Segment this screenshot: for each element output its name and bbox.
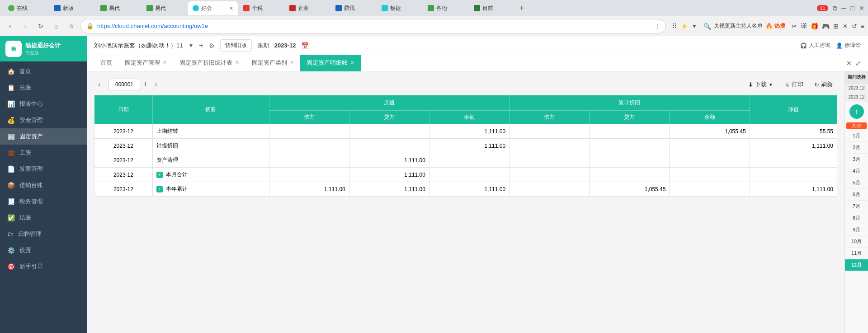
browser-tab-qiye[interactable]: 企业 [285,1,330,15]
bookmark-button[interactable]: ☆ [65,20,78,33]
new-tab-button[interactable]: + [515,2,528,14]
calendar-icon[interactable]: 📅 [301,42,309,49]
tab-asset-detail[interactable]: 固定资产明细账 ✕ [300,55,361,71]
reload-button[interactable]: ↻ [34,20,47,33]
browser-tab-yidai2[interactable]: 易代 [142,1,187,15]
back-button[interactable]: ‹ [4,20,16,33]
scroll-up-button[interactable]: ↑ [849,104,864,119]
restore-window-icon[interactable]: ⧉ [833,5,837,12]
user-button[interactable]: 👤 徐译华 [836,42,861,49]
tab-close-asset-detail[interactable]: ✕ [350,60,354,66]
sidebar-item-invoice[interactable]: 📄 发票管理 [0,161,87,177]
tab-asset-category[interactable]: 固定资产类别 ✕ [245,55,300,71]
game-icon[interactable]: 🎮 [822,23,830,30]
account-name: 刘小艳演示账套（勿删勿动！）11 [94,42,183,50]
page-expand-icon[interactable]: ⤢ [855,60,861,67]
browser-tab-muqian[interactable]: 目前 [469,1,514,15]
search-icon[interactable]: 🔍 [703,23,711,30]
refresh-button[interactable]: ↻ 刷新 [810,79,837,90]
minimize-icon[interactable]: ─ [842,5,846,12]
tab-close-asset-category[interactable]: ✕ [290,60,294,66]
cell-orig-debit-2 [269,139,349,153]
cell-orig-debit-5: 1,111.00 [269,182,349,197]
sidebar-item-home[interactable]: 🏠 首页 [0,63,87,80]
switch-version-button[interactable]: 切到旧版 [220,39,252,52]
address-text: https://cloud.chanjet.com/accounting/uw1… [97,23,651,29]
address-bar[interactable]: 🔒 https://cloud.chanjet.com/accounting/u… [80,19,666,33]
period-month-3[interactable]: 3月 [845,154,868,165]
period-month-1[interactable]: 1月 [845,130,868,142]
sidebar-label-home: 首页 [19,67,31,75]
site-info-icon[interactable]: ⋮ [655,23,660,29]
browser-tab-new[interactable]: 新版 [50,1,95,15]
cell-net-value-4 [750,168,837,182]
sidebar-item-ledger[interactable]: 📋 总账 [0,80,87,96]
period-month-12[interactable]: 12月 [845,259,868,271]
close-window-icon[interactable]: ✕ [859,5,864,12]
settings-icon[interactable]: ☀ [842,23,848,30]
browser-tab-gedi[interactable]: 各地 [423,1,468,15]
service-button[interactable]: 🎧 人工咨询 [800,42,830,49]
flash-icon[interactable]: ⚡ [680,23,688,30]
period-month-10[interactable]: 10月 [845,236,868,248]
tab-home[interactable]: 首页 [94,55,118,71]
sidebar-item-salary[interactable]: 💼 工资 [0,145,87,161]
sidebar-item-settings[interactable]: ⚙️ 设置 [0,242,87,258]
browser-tab-online[interactable]: 在线 [4,1,49,15]
browser-tab-tengxun[interactable]: 腾讯 [331,1,376,15]
page-number-input[interactable] [108,79,140,90]
grid-icon[interactable]: ⠿ [672,23,677,30]
forward-button[interactable]: › [19,20,32,33]
sidebar-item-close-accounts[interactable]: ✅ 结账 [0,210,87,226]
menu-icon[interactable]: ≡ [861,23,864,30]
add-account-icon[interactable]: + [199,42,203,50]
next-page-button[interactable]: › [151,79,161,90]
sidebar-item-tax[interactable]: 🧾 税务管理 [0,193,87,210]
cell-orig-credit-4: 1,111.00 [349,168,429,182]
sidebar-item-purchase-sales[interactable]: 📦 进销台账 [0,177,87,193]
tab-close-depreciation-stats[interactable]: ✕ [235,60,239,66]
period-month-11[interactable]: 11月 [845,248,868,259]
history-icon[interactable]: ↺ [852,23,857,30]
period-month-6[interactable]: 6月 [845,189,868,201]
period-month-7[interactable]: 7月 [845,201,868,212]
browser-tab-haohui[interactable]: 好会 ✕ [188,1,238,15]
browser-tab-yidai1[interactable]: 易代 [96,1,141,15]
cell-orig-credit-1 [349,124,429,139]
sidebar-item-guide[interactable]: 🎯 新手引导 [0,258,87,275]
download-button[interactable]: ⬇ 下载 ▼ [744,79,778,90]
prev-page-button[interactable]: ‹ [94,79,105,90]
table-row: 2023-12 上期结转 1,111.00 1,055.45 55.55 [94,124,837,139]
period-month-4[interactable]: 4月 [845,165,868,177]
sidebar-item-fixed-assets[interactable]: 🏢 固定资产 [0,128,87,145]
tab-fixed-assets-mgmt[interactable]: 固定资产管理 ✕ [118,55,173,71]
translate-icon[interactable]: 译 [801,22,807,30]
sidebar-item-funds[interactable]: 💰 资金管理 [0,112,87,128]
sidebar-item-archive[interactable]: 🗂 归档管理 [0,226,87,242]
reports-nav-icon: 📊 [7,100,15,108]
scissors-icon[interactable]: ✂ [792,23,797,30]
layout-icon[interactable]: ⊞ [833,23,839,30]
tab-depreciation-stats[interactable]: 固定资产折旧统计表 ✕ [173,55,245,71]
browser-tab-geshui[interactable]: 个税 [239,1,284,15]
tab-label-yidai1: 易代 [109,5,120,12]
invoice-nav-icon: 📄 [7,165,15,173]
home-button[interactable]: ⌂ [50,20,62,33]
maximize-icon[interactable]: □ [851,5,854,12]
wallet-icon[interactable]: 🎁 [811,23,818,30]
period-month-2[interactable]: 2月 [845,142,868,154]
th-date: 日期 [94,95,153,124]
settings-account-icon[interactable]: ⚙ [209,42,215,49]
print-button[interactable]: 🖨 打印 [779,79,808,90]
page-collapse-icon[interactable]: ✕ [846,60,852,67]
tab-badge: 11 [817,5,828,11]
dropdown-arrow-icon[interactable]: ▼ [188,42,193,49]
browser-tab-changjie[interactable]: 畅捷 [377,1,422,15]
period-month-8[interactable]: 8月 [845,212,868,224]
tab-close-fixed-assets-mgmt[interactable]: ✕ [163,60,167,66]
period-month-5[interactable]: 5月 [845,177,868,189]
tab-close-haohui[interactable]: ✕ [229,5,233,11]
period-month-9[interactable]: 9月 [845,224,868,236]
sidebar-item-reports[interactable]: 📊 报表中心 [0,96,87,112]
dropdown-icon[interactable]: ▼ [692,23,697,29]
